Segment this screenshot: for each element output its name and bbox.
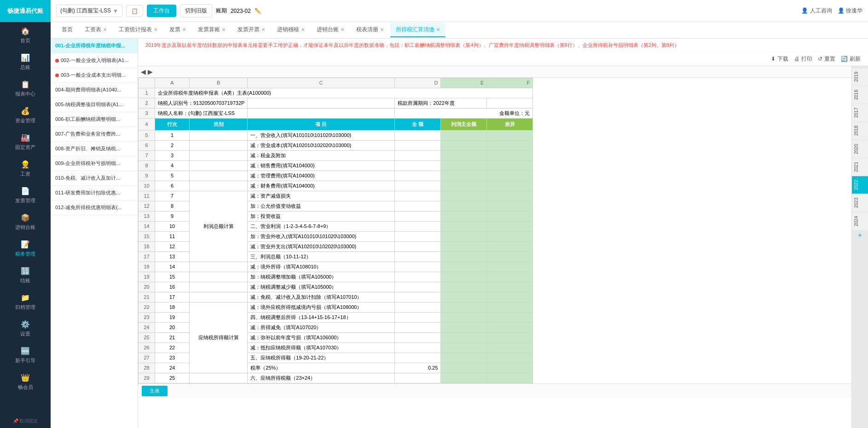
table-row: 21 17 减：免税、减计收入及加计扣除（填写A107010） [139, 292, 533, 302]
form-006-label: 006-职工薪酬纳税调整明细... [55, 116, 120, 123]
sidebar-item-assets[interactable]: 🏭 固定资产 [0, 129, 51, 155]
refresh-button[interactable]: 🔄 刷新 [841, 55, 861, 63]
sidebar-item-payroll[interactable]: 👷 工资 [0, 155, 51, 182]
tab-income-tax[interactable]: 所得税汇算清缴 ✕ [390, 23, 446, 37]
row-category [190, 130, 248, 140]
form-list-item-001[interactable]: 001-企业所得税年度纳税申报... [51, 39, 138, 53]
switch-old-button[interactable]: 切到旧版 [180, 4, 212, 17]
tab-sales-ledger[interactable]: 进销台账 ✕ [311, 23, 350, 37]
table-row: 3 纳税人名称：(勾删) 江西服宝-LSS 金额单位：元 [139, 108, 533, 118]
pin-button[interactable]: 📌 取消固定 [0, 414, 51, 428]
tab-payroll[interactable]: 工资表 ✕ [79, 23, 112, 37]
unit-cell: 金额单位：元 [395, 108, 533, 118]
col-header-A: A [155, 78, 190, 88]
close-tab-income-tax[interactable]: ✕ [436, 27, 440, 32]
prev-sheet-btn[interactable]: ◀ [140, 67, 147, 76]
sidebar-item-reports[interactable]: 📋 报表中心 [0, 75, 51, 102]
tab-payroll-stats[interactable]: 工资统计报表 ✕ [113, 23, 163, 37]
year-panel: 2019 2016 2017 2018 2020 2021 2022 2023 … [851, 66, 868, 428]
form-list-item-002[interactable]: 002-一般企业收入明细表(A1... [51, 53, 138, 68]
form-003-label: 003-一般企业成本支出明细... [61, 72, 126, 79]
edit-period-icon[interactable]: ✏️ [255, 8, 261, 14]
table-row: 9 5 减：管理费用(填写A104000) [139, 171, 533, 181]
year-item-2021[interactable]: 2021 [852, 158, 868, 176]
sidebar-item-close[interactable]: 🔢 结账 [0, 262, 51, 289]
sheet-toolbar: ⬇ 下载 🖨 打印 ↺ 重置 🔄 刷新 [138, 52, 868, 66]
close-tab-payroll[interactable]: ✕ [103, 27, 107, 32]
close-tab-invoice-open[interactable]: ✕ [261, 27, 265, 32]
form-002-label: 002-一般企业收入明细表(A1... [61, 57, 128, 64]
next-sheet-btn[interactable]: ▶ [147, 67, 154, 76]
sidebar-item-ledger[interactable]: 📊 总账 [0, 49, 51, 75]
year-item-2018[interactable]: 2018 [852, 122, 868, 139]
company-selector[interactable]: (勾删) 江西服宝-LSS ▼ [56, 5, 122, 17]
form-list-item-007[interactable]: 007-广告费和业务宣传费跨... [51, 127, 138, 142]
sidebar-item-tax[interactable]: 📝 税务管理 [0, 235, 51, 262]
copy-button[interactable]: 📋 [126, 5, 143, 17]
close-tab-invoice-calc[interactable]: ✕ [222, 27, 226, 32]
col-header-C: C [248, 78, 395, 88]
sidebar-item-invoice[interactable]: 📄 发票管理 [0, 182, 51, 209]
year-item-2022[interactable]: 2022 [852, 176, 868, 194]
year-item-2024[interactable]: 2024 [852, 212, 868, 230]
form-list-item-011[interactable]: 011-研发费用加计扣除优惠... [51, 186, 138, 200]
col-a-header: 行次 [155, 118, 190, 130]
sidebar-item-sales[interactable]: 📦 进销台账 [0, 209, 51, 235]
year-item-2023[interactable]: 2023 [852, 194, 868, 211]
sidebar-label-tax: 税务管理 [15, 251, 35, 257]
sidebar-item-guide[interactable]: 🆕 新手引导 [0, 342, 51, 369]
close-tab-payroll-stats[interactable]: ✕ [154, 27, 157, 32]
print-button[interactable]: 🖨 打印 [794, 55, 812, 63]
form-list-item-003[interactable]: 003-一般企业成本支出明细... [51, 68, 138, 83]
add-year-icon[interactable]: + [857, 230, 863, 240]
sidebar-label-payroll: 工资 [20, 171, 30, 177]
form-list-item-004[interactable]: 004-期间费用明细表(A1040... [51, 83, 138, 97]
sidebar-item-archive[interactable]: 📁 归档管理 [0, 289, 51, 315]
ledger-icon: 📊 [21, 53, 30, 62]
tab-invoice[interactable]: 发票 ✕ [164, 23, 191, 37]
year-item-2017[interactable]: 2017 [852, 104, 868, 121]
form-list-item-008[interactable]: 008-资产折旧、摊销及纳税... [51, 142, 138, 156]
empty-cell-3c [248, 108, 395, 118]
workstation-button[interactable]: 工作台 [147, 5, 176, 17]
tab-invoice-calc[interactable]: 发票算账 ✕ [192, 23, 231, 37]
sidebar-item-finance[interactable]: 💰 资金管理 [0, 102, 51, 129]
form-003-dot [55, 74, 59, 77]
table-row: 10 6 减：财务费用(填写A104000) [139, 181, 533, 191]
download-button[interactable]: ⬇ 下载 [771, 55, 788, 63]
sidebar-label-reports: 报表中心 [15, 91, 35, 97]
col-headers: A B C D E F [139, 78, 533, 88]
row-num-col: 1 [155, 130, 190, 140]
tab-tax-table[interactable]: 税表清册 ✕ [351, 23, 389, 37]
close-tab-audit[interactable]: ✕ [301, 27, 305, 32]
topbar-right: 👤 人工咨询 👤 徐逢华 [801, 7, 862, 15]
user-service[interactable]: 👤 人工咨询 [801, 7, 832, 15]
form-list-item-006[interactable]: 006-职工薪酬纳税调整明细... [51, 112, 138, 127]
tab-invoice-open[interactable]: 发票开票 ✕ [232, 23, 271, 37]
reset-button[interactable]: ↺ 重置 [818, 55, 835, 63]
reset-icon: ↺ [818, 56, 822, 62]
row-num: 5 [139, 130, 155, 140]
close-tab-tax-table[interactable]: ✕ [380, 27, 384, 32]
year-item-2020[interactable]: 2020 [852, 140, 868, 158]
tab-audit[interactable]: 进销稽核 ✕ [272, 23, 310, 37]
sidebar-item-settings[interactable]: ⚙️ 设置 [0, 315, 51, 342]
row-amount [395, 130, 441, 140]
tax-id-cell: 纳税人识别号：91320500703719732P [155, 98, 248, 108]
form-list-item-010[interactable]: 010-免税、减计收入及加计... [51, 171, 138, 186]
row-num-3: 3 [139, 108, 155, 118]
form-list-item-012[interactable]: 012-减免所得税优惠明细表(... [51, 200, 138, 215]
close-tab-sales-ledger[interactable]: ✕ [341, 27, 344, 32]
sheet-tab-main[interactable]: 主表 [142, 386, 168, 396]
form-list-item-009[interactable]: 009-企业所得税补亏损明细... [51, 156, 138, 171]
payroll-icon: 👷 [21, 160, 30, 169]
year-item-2019[interactable]: 2019 [852, 68, 868, 86]
form-list-item-005[interactable]: 005-纳税调整项目明细表(A1... [51, 97, 138, 112]
sidebar-item-home[interactable]: 🏠 首页 [0, 22, 51, 49]
spreadsheet-container[interactable]: ◀ ▶ A B C D E F [138, 66, 851, 428]
table-row: 7 3 减：税金及附加 [139, 150, 533, 160]
year-item-2016[interactable]: 2016 [852, 86, 868, 103]
tab-home[interactable]: 首页 [56, 23, 78, 37]
close-tab-invoice[interactable]: ✕ [182, 27, 186, 32]
sidebar-item-member[interactable]: 👑 畅会员 [0, 369, 51, 395]
